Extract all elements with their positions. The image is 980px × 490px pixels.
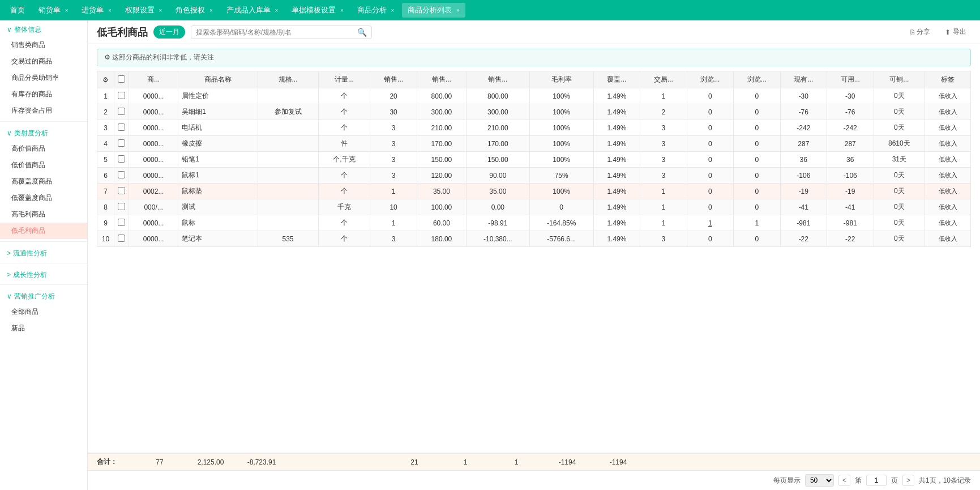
row-checkbox[interactable] xyxy=(118,108,125,115)
th-saleable[interactable]: 可销... xyxy=(874,71,925,88)
row-checkbox[interactable] xyxy=(118,203,125,210)
close-icon[interactable]: × xyxy=(65,7,69,14)
row-checkbox[interactable] xyxy=(118,171,125,178)
th-spec[interactable]: 规格... xyxy=(258,71,318,88)
th-unit[interactable]: 计量... xyxy=(318,71,370,88)
th-available[interactable]: 可用... xyxy=(827,71,874,88)
nav-sales-order[interactable]: 销货单 × xyxy=(33,3,74,18)
cell-checkbox[interactable] xyxy=(114,88,129,104)
cell-checkbox[interactable] xyxy=(114,152,129,168)
sidebar-item-inventory-capital[interactable]: 库存资金占用 xyxy=(0,103,87,119)
sidebar-item-category-sales-rate[interactable]: 商品分类助销率 xyxy=(0,70,87,86)
th-view1[interactable]: 浏览... xyxy=(687,71,733,88)
section-title-growth[interactable]: >成长性分析 xyxy=(0,266,87,282)
sidebar-item-high-margin[interactable]: 高毛利商品 xyxy=(0,206,87,223)
cell-checkbox[interactable] xyxy=(114,168,129,184)
nav-role-auth[interactable]: 角色授权 × xyxy=(170,3,218,18)
th-gross-margin[interactable]: 毛利率 xyxy=(529,71,593,88)
cell-sales-qty: 30 xyxy=(370,104,417,120)
close-icon[interactable]: × xyxy=(108,7,112,14)
section-title-marketing[interactable]: ∨营销推广分析 xyxy=(0,287,87,304)
section-title-general[interactable]: ∨整体信息 xyxy=(0,20,87,37)
close-icon[interactable]: × xyxy=(159,7,162,14)
cell-checkbox[interactable] xyxy=(114,199,129,215)
collapse-arrow-icon: ∨ xyxy=(7,292,12,300)
export-button[interactable]: ⬆ 导出 xyxy=(940,25,971,39)
th-sales-price[interactable]: 销售... xyxy=(417,71,466,88)
th-code[interactable]: 商... xyxy=(129,71,178,88)
th-sales-qty[interactable]: 销售... xyxy=(370,71,417,88)
sidebar-item-sales-products[interactable]: 销售类商品 xyxy=(0,37,87,53)
content-area: 低毛利商品 近一月 🔍 ⎘ 分享 ⬆ 导出 xyxy=(88,20,980,490)
sidebar-item-low-value[interactable]: 低价值商品 xyxy=(0,157,87,173)
sidebar-item-new-products[interactable]: 新品 xyxy=(0,320,87,336)
page-number-input[interactable] xyxy=(866,475,887,486)
row-checkbox[interactable] xyxy=(118,219,125,226)
cell-checkbox[interactable] xyxy=(114,231,129,247)
cell-available: -242 xyxy=(827,120,874,136)
close-icon[interactable]: × xyxy=(391,7,394,14)
footer-view1: 1 xyxy=(440,458,491,466)
search-icon[interactable]: 🔍 xyxy=(357,28,367,37)
row-checkbox[interactable] xyxy=(118,235,125,242)
cell-unit: 个 xyxy=(318,88,370,104)
th-view2[interactable]: 浏览... xyxy=(734,71,780,88)
cell-sales-price: 150.00 xyxy=(417,152,466,168)
search-input[interactable] xyxy=(196,28,357,36)
cell-checkbox[interactable] xyxy=(114,104,129,120)
cell-trade: 1 xyxy=(640,184,687,199)
table-row: 4 0000... 橡皮擦 件 3 170.00 170.00 100% 1.4… xyxy=(97,136,971,152)
th-trade[interactable]: 交易... xyxy=(640,71,687,88)
nav-purchase-order[interactable]: 进货单 × xyxy=(76,3,117,18)
nav-product-analysis-list[interactable]: 商品分析列表 × xyxy=(402,3,465,18)
th-checkbox[interactable] xyxy=(114,71,129,88)
close-icon[interactable]: × xyxy=(340,7,344,14)
nav-permission[interactable]: 权限设置 × xyxy=(119,3,168,18)
close-icon[interactable]: × xyxy=(275,7,279,14)
th-current[interactable]: 现有... xyxy=(780,71,827,88)
th-coverage[interactable]: 覆盖... xyxy=(593,71,640,88)
next-page-button[interactable]: > xyxy=(902,475,914,486)
cell-checkbox[interactable] xyxy=(114,184,129,199)
view-link[interactable]: 1 xyxy=(708,219,712,227)
sidebar-item-traded-products[interactable]: 交易过的商品 xyxy=(0,53,87,70)
nav-home[interactable]: 首页 xyxy=(5,3,31,18)
cell-num: 6 xyxy=(97,168,114,184)
cell-view2: 0 xyxy=(734,199,780,215)
cell-available: -19 xyxy=(827,184,874,199)
sidebar-item-all-products[interactable]: 全部商品 xyxy=(0,304,87,320)
th-gear[interactable]: ⚙ xyxy=(97,71,114,88)
sidebar-item-low-coverage[interactable]: 低覆盖度商品 xyxy=(0,190,87,206)
row-checkbox[interactable] xyxy=(118,92,125,99)
filter-recent-month-button[interactable]: 近一月 xyxy=(153,25,185,39)
cell-checkbox[interactable] xyxy=(114,136,129,152)
page-size-select[interactable]: 50 20 100 xyxy=(805,474,834,487)
cell-checkbox[interactable] xyxy=(114,215,129,231)
sidebar-item-in-stock[interactable]: 有库存的商品 xyxy=(0,86,87,103)
prev-page-button[interactable]: < xyxy=(838,475,850,486)
row-checkbox[interactable] xyxy=(118,139,125,147)
cell-sales-amount: 300.00 xyxy=(466,104,529,120)
nav-product-inbound[interactable]: 产成品入库单 × xyxy=(221,3,284,18)
th-name[interactable]: 商品名称 xyxy=(178,71,258,88)
sidebar-item-low-margin[interactable]: 低毛利商品 xyxy=(0,223,87,239)
table-wrapper[interactable]: ⚙ 商... 商品名称 规格... 计量... 销售... 销售... 销售..… xyxy=(97,71,971,453)
close-icon[interactable]: × xyxy=(209,7,213,14)
select-all-checkbox[interactable] xyxy=(118,75,125,83)
share-button[interactable]: ⎘ 分享 xyxy=(906,25,935,39)
row-checkbox[interactable] xyxy=(118,123,125,131)
th-sales-amount[interactable]: 销售... xyxy=(466,71,529,88)
cell-checkbox[interactable] xyxy=(114,120,129,136)
th-tag[interactable]: 标签 xyxy=(925,71,971,88)
nav-template-settings[interactable]: 单据模板设置 × xyxy=(286,3,349,18)
sidebar-item-high-coverage[interactable]: 高覆盖度商品 xyxy=(0,173,87,190)
cell-view1[interactable]: 1 xyxy=(687,215,733,231)
row-checkbox[interactable] xyxy=(118,155,125,163)
row-checkbox[interactable] xyxy=(118,187,125,194)
section-title-radiation[interactable]: ∨类射度分析 xyxy=(0,124,87,140)
cell-sales-qty: 10 xyxy=(370,199,417,215)
sidebar-item-high-value[interactable]: 高价值商品 xyxy=(0,140,87,157)
section-title-liquidity[interactable]: >流通性分析 xyxy=(0,244,87,261)
close-icon[interactable]: × xyxy=(456,7,460,14)
nav-product-analysis[interactable]: 商品分析 × xyxy=(352,3,400,18)
